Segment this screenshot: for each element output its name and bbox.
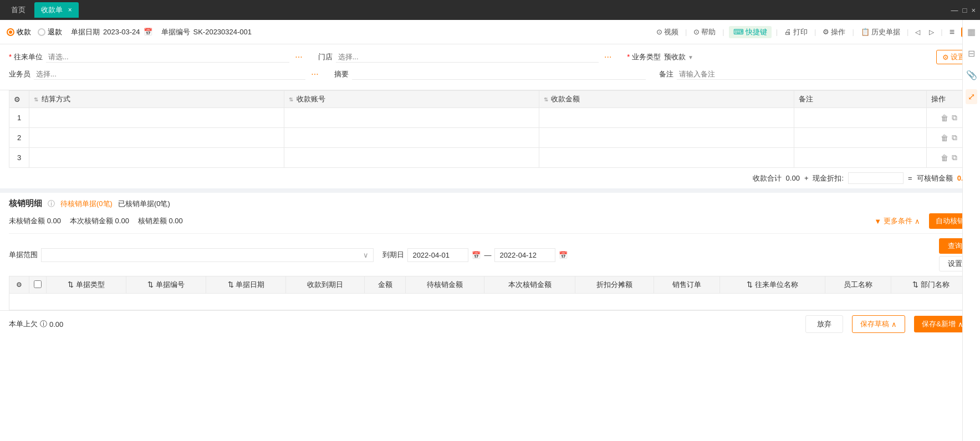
footer-stat-label: 本单上欠	[9, 319, 38, 329]
sidebar-attach-icon[interactable]: 📎	[964, 68, 979, 83]
refund-radio-dot	[38, 28, 45, 36]
history-icon: 📋	[861, 28, 870, 36]
date-range-field: 到期日 📅 — 📅	[382, 248, 930, 262]
start-date-calendar-icon[interactable]: 📅	[472, 251, 481, 259]
number-label: 单据编号	[161, 27, 190, 37]
counterparty-more-btn[interactable]: ···	[293, 52, 304, 62]
operation-btn[interactable]: ⚙ 操作	[820, 26, 848, 38]
video-icon: ⊙	[656, 28, 662, 36]
row-2-remark[interactable]	[794, 128, 926, 148]
video-btn[interactable]: ⊙ 视频	[654, 26, 681, 38]
col-remark-label: 备注	[799, 95, 813, 103]
home-tab[interactable]: 首页	[4, 2, 32, 18]
prev-btn[interactable]: ◁	[913, 27, 922, 37]
date-label: 单据日期	[71, 27, 100, 37]
main-content: 收款 退款 单据日期 2023-03-24 📅 单据编号 SK-20230324…	[0, 20, 980, 441]
discount-input[interactable]	[848, 172, 904, 184]
row-1-remark[interactable]	[794, 108, 926, 128]
row-3-remark[interactable]	[794, 148, 926, 168]
chevron-down-icon: ▼	[688, 54, 693, 60]
row-3-account[interactable]	[284, 148, 539, 168]
pending-tab[interactable]: 待核销单据(0笔)	[60, 199, 113, 209]
date-value[interactable]: 2023-03-24	[103, 28, 140, 36]
range-field: 单据范围 ∨	[9, 248, 374, 262]
row-2-account[interactable]	[284, 128, 539, 148]
sidebar-expand-icon[interactable]: ⤢	[966, 89, 977, 104]
next-btn[interactable]: ▷	[927, 27, 936, 37]
end-date-input[interactable]	[494, 248, 555, 262]
refund-radio[interactable]: 退款	[38, 27, 62, 37]
sidebar-table-icon[interactable]: ▦	[965, 24, 978, 39]
draft-btn[interactable]: 保存草稿 ∧	[852, 315, 905, 333]
receipt-radio[interactable]: 收款	[7, 27, 31, 37]
receipt-label: 收款	[17, 27, 31, 37]
row-1-delete-btn[interactable]: 🗑	[941, 114, 948, 122]
shortcut-btn[interactable]: ⌨ 快捷键	[729, 26, 772, 38]
row-3-delete-btn[interactable]: 🗑	[941, 153, 948, 162]
range-label: 单据范围	[9, 250, 38, 260]
close-tab-btn[interactable]: ×	[68, 6, 72, 14]
help-label: 帮助	[701, 27, 716, 37]
row-3-amount[interactable]	[539, 148, 794, 168]
bottom-col-settings[interactable]: ⚙	[9, 276, 29, 294]
counterparty-input[interactable]	[46, 52, 290, 63]
print-btn[interactable]: 🖨 打印	[782, 26, 810, 38]
receipt-table: ⚙ ⇅ 结算方式 ⇅ 收款账号 ⇅ 收款金额 备注	[9, 90, 971, 168]
minimize-btn[interactable]: —	[951, 6, 958, 14]
sort-icon-settlement: ⇅	[34, 96, 38, 102]
list-view-btn[interactable]: ≡	[947, 26, 957, 38]
active-tab[interactable]: 收款单 ×	[34, 2, 79, 18]
history-btn[interactable]: 📋 历史单据	[859, 26, 902, 38]
completed-tab[interactable]: 已核销单据(0笔)	[118, 199, 170, 209]
select-all-checkbox[interactable]	[34, 280, 42, 288]
row-2-amount[interactable]	[539, 128, 794, 148]
table-row: 1 🗑 ⧉	[9, 108, 971, 128]
discount-label: 现金折扣:	[813, 173, 844, 183]
row-1-amount[interactable]	[539, 108, 794, 128]
start-date-input[interactable]	[407, 248, 468, 262]
col-amount-label: 收款金额	[551, 95, 580, 103]
bottom-empty-row	[9, 294, 971, 310]
number-value[interactable]: SK-20230324-001	[193, 28, 252, 36]
store-input[interactable]	[336, 52, 599, 63]
operation-icon: ⚙	[823, 28, 829, 36]
row-3-copy-btn[interactable]: ⧉	[952, 153, 957, 162]
abandon-btn[interactable]: 放弃	[805, 315, 843, 333]
help-btn[interactable]: ⊙ 帮助	[691, 26, 718, 38]
counterparty-field: 往来单位 ···	[9, 52, 305, 63]
row-1-settlement[interactable]	[29, 108, 284, 128]
business-type-select[interactable]: 预收款 ▼	[664, 52, 923, 62]
summary-input[interactable]	[352, 69, 646, 80]
calendar-icon[interactable]: 📅	[144, 28, 152, 36]
verification-section: 核销明细 ⓘ 待核销单据(0笔) 已核销单据(0笔) 未核销金额 0.00 本次…	[0, 193, 980, 276]
row-2-copy-btn[interactable]: ⧉	[952, 133, 957, 142]
row-2-delete-btn[interactable]: 🗑	[941, 134, 948, 142]
stats-row: 未核销金额 0.00 本次核销金额 0.00 核销差额 0.00 ▼ 更多条件 …	[9, 213, 971, 229]
staff-input[interactable]	[34, 69, 305, 80]
sep3: |	[776, 28, 778, 36]
bottom-col-employee: 员工名称	[825, 276, 891, 294]
shortcut-icon: ⌨	[733, 28, 744, 36]
counterparty-label: 往来单位	[9, 52, 43, 62]
col-settings[interactable]: ⚙	[9, 91, 29, 108]
row-1-copy-btn[interactable]: ⧉	[952, 113, 957, 122]
summary-label: 摘要	[334, 69, 349, 79]
row-1-account[interactable]	[284, 108, 539, 128]
sidebar-list-icon[interactable]: ⊟	[966, 46, 977, 61]
more-conditions-btn[interactable]: ▼ 更多条件 ∧	[874, 216, 920, 226]
row-3-settlement[interactable]	[29, 148, 284, 168]
end-date-calendar-icon[interactable]: 📅	[559, 251, 568, 259]
col-actions-label: 操作	[931, 95, 946, 103]
footer-stat-info-icon[interactable]: ⓘ	[40, 319, 47, 329]
info-icon[interactable]: ⓘ	[48, 199, 55, 209]
store-more-btn[interactable]: ···	[602, 52, 614, 62]
staff-more-btn[interactable]: ···	[309, 69, 320, 79]
filter-icon: ▼	[874, 217, 881, 225]
maximize-btn[interactable]: □	[963, 6, 967, 14]
col-amount: ⇅ 收款金额	[539, 91, 794, 108]
print-icon: 🖨	[784, 28, 792, 36]
row-2-settlement[interactable]	[29, 128, 284, 148]
range-select[interactable]: ∨	[41, 248, 374, 262]
remark-input[interactable]	[677, 69, 971, 80]
window-close-btn[interactable]: ×	[971, 6, 976, 14]
